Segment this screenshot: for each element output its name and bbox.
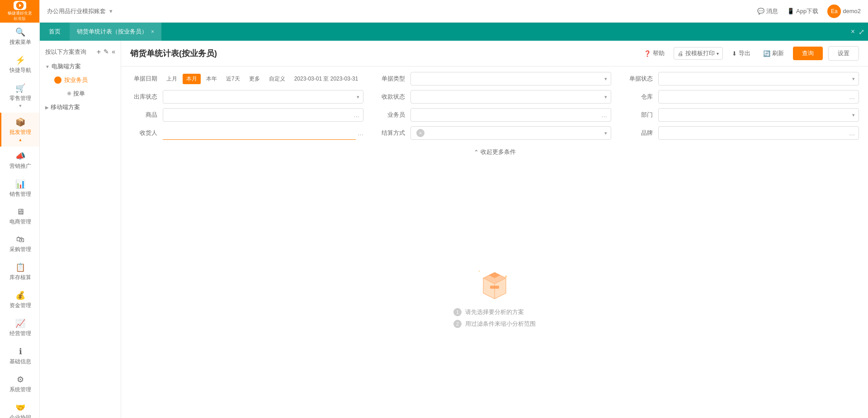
query-button[interactable]: 查询 (793, 47, 823, 60)
date-btn-custom[interactable]: 自定义 (265, 74, 289, 84)
sidebar-item-ecommerce[interactable]: 🖥 电商管理 (0, 203, 39, 230)
sidebar-item-finance[interactable]: 💰 资金管理 (0, 286, 39, 314)
svg-rect-4 (490, 285, 499, 289)
search-icon: 🔍 (15, 27, 25, 37)
out-status-control[interactable]: ▾ (163, 90, 363, 104)
tip-text-2: 用过滤条件来缩小分析范围 (465, 320, 536, 328)
print-btn[interactable]: 🖨 按模板打印 ▾ (674, 47, 723, 60)
settlement-control[interactable]: × ▾ (410, 126, 611, 140)
goods-label: 商品 (130, 111, 157, 119)
receipt-status-select[interactable]: ▾ (410, 90, 611, 104)
tree-group-label: 电脑端方案 (52, 62, 81, 71)
sidebar-item-search[interactable]: 🔍 搜索菜单 (0, 23, 39, 51)
date-btn-this-year[interactable]: 本年 (203, 74, 221, 84)
salesperson-dots[interactable]: … (601, 112, 607, 119)
tree-group-mobile[interactable]: ▶ 移动端方案 (40, 100, 121, 114)
sidebar-item-shortcut[interactable]: ⚡ 快捷导航 (0, 51, 39, 79)
date-btn-7days[interactable]: 近7天 (222, 74, 244, 84)
purchase-icon: 🛍 (16, 235, 24, 244)
refresh-icon: 🔄 (763, 50, 770, 57)
sidebar-item-purchase[interactable]: 🛍 采购管理 (0, 230, 39, 258)
tree-item-by-order[interactable]: ❋ 按单 (51, 87, 121, 100)
filter-section: 销货单统计表(按业务员) ❓ 帮助 🖨 按模板打印 ▾ (121, 41, 868, 167)
app-download-btn[interactable]: 📱 App下载 (787, 7, 818, 15)
message-btn[interactable]: 💬 消息 (757, 7, 778, 15)
edit-scheme-btn[interactable]: ✎ (104, 48, 109, 56)
app-download-icon: 📱 (787, 8, 794, 14)
brand-control[interactable]: … (658, 126, 859, 140)
doc-type-select[interactable]: ▾ (410, 72, 611, 86)
sidebar-item-system[interactable]: ⚙ 系统管理 (0, 370, 39, 398)
sidebar-item-inventory[interactable]: 📋 库存核算 (0, 258, 39, 286)
out-status-select[interactable]: ▾ (163, 90, 363, 104)
goods-control[interactable]: … (163, 108, 363, 122)
help-btn[interactable]: ❓ 帮助 (640, 48, 668, 59)
brand-dots[interactable]: … (849, 130, 855, 137)
tab-close-btn[interactable]: × (151, 28, 154, 35)
tab-active-label: 销货单统计表（按业务员） (77, 28, 147, 36)
sidebar-item-retail[interactable]: 🛒 零售管理 ▼ (0, 79, 39, 113)
out-status-label: 出库状态 (130, 93, 157, 101)
sidebar-label-system: 系统管理 (9, 386, 31, 394)
tree-mobile-label: 移动端方案 (51, 103, 80, 111)
tree-item-salesperson[interactable]: 按业务员 (51, 73, 121, 87)
sidebar-item-wholesale[interactable]: 📦 批发管理 ▲ (0, 113, 39, 147)
doc-status-select[interactable]: ▾ (658, 72, 859, 86)
tab-bar: 首页 销货单统计表（按业务员） × × ⤢ (40, 23, 868, 41)
sales-icon: 📊 (15, 179, 25, 189)
date-btn-last-month[interactable]: 上月 (163, 74, 181, 84)
sidebar-item-enterprise[interactable]: 🤝 企业协同 (0, 398, 39, 418)
tab-active[interactable]: 销货单统计表（按业务员） × (70, 23, 161, 41)
collapse-conditions-btn[interactable]: ⌃ 收起更多条件 (468, 146, 521, 158)
doc-status-control[interactable]: ▾ (658, 72, 859, 86)
sidebar-item-marketing[interactable]: 📣 营销推广 (0, 147, 39, 175)
sidebar-item-sales[interactable]: 📊 销售管理 (0, 175, 39, 203)
main-content: ✦ ✦ 1 请先选择要分析的方案 2 用过滤条件来缩小分析范围 (121, 167, 868, 418)
collapse-arrow-icon: ⌃ (474, 149, 479, 156)
warehouse-select[interactable]: … (658, 90, 859, 104)
filter-row-3: 商品 … 业务员 … (130, 108, 859, 122)
sidebar-label-marketing: 营销推广 (9, 162, 31, 170)
dept-select[interactable]: ▾ (658, 108, 859, 122)
avatar: Ea (827, 5, 841, 18)
salesperson-select[interactable]: … (410, 108, 611, 122)
refresh-btn[interactable]: 🔄 刷新 (760, 48, 788, 59)
tree-mobile-arrow: ▶ (45, 105, 49, 110)
date-btn-this-month[interactable]: 本月 (183, 74, 201, 84)
filter-row-4: 收货人 … 结算方式 × ▾ 品牌 (130, 126, 859, 140)
goods-select[interactable]: … (163, 108, 363, 122)
consignee-dots[interactable]: … (358, 130, 363, 137)
sidebar-item-operations[interactable]: 📈 经营管理 (0, 314, 39, 342)
user-menu[interactable]: Ea demo2 (827, 5, 861, 18)
consignee-control[interactable]: … (163, 126, 363, 140)
doc-type-control[interactable]: ▾ (410, 72, 611, 86)
sidebar-label-operations: 经营管理 (9, 330, 31, 337)
tab-home[interactable]: 首页 (40, 23, 70, 41)
tab-collapse-btn[interactable]: × (851, 28, 855, 36)
empty-tip-1: 1 请先选择要分析的方案 (453, 308, 536, 316)
export-label: 导出 (739, 49, 750, 57)
settlement-clear-btn[interactable]: × (416, 129, 425, 137)
sidebar-item-basic[interactable]: ℹ 基础信息 (0, 342, 39, 370)
brand-select[interactable]: … (658, 126, 859, 140)
setting-button[interactable]: 设置 (828, 46, 859, 61)
marketing-icon: 📣 (15, 151, 25, 161)
add-scheme-btn[interactable]: + (97, 48, 101, 56)
dept-control[interactable]: ▾ (658, 108, 859, 122)
collapse-panel-btn[interactable]: « (112, 48, 115, 56)
export-btn[interactable]: ⬇ 导出 (728, 48, 754, 59)
date-btn-more[interactable]: 更多 (245, 74, 264, 84)
tree-group-desktop[interactable]: ▼ 电脑端方案 (40, 60, 121, 73)
tab-expand-btn[interactable]: ⤢ (859, 28, 864, 36)
doc-type-arrow: ▾ (604, 76, 607, 82)
warehouse-control[interactable]: … (658, 90, 859, 104)
tree-desktop-children: 按业务员 ❋ 按单 (40, 73, 121, 100)
tip-num-1: 1 (453, 308, 462, 316)
goods-dots[interactable]: … (354, 112, 359, 119)
sub-icon: ❋ (67, 90, 71, 97)
warehouse-dots[interactable]: … (849, 94, 855, 100)
settlement-select[interactable]: × ▾ (410, 126, 611, 140)
receipt-status-control[interactable]: ▾ (410, 90, 611, 104)
salesperson-control[interactable]: … (410, 108, 611, 122)
consignee-input[interactable] (163, 126, 356, 140)
